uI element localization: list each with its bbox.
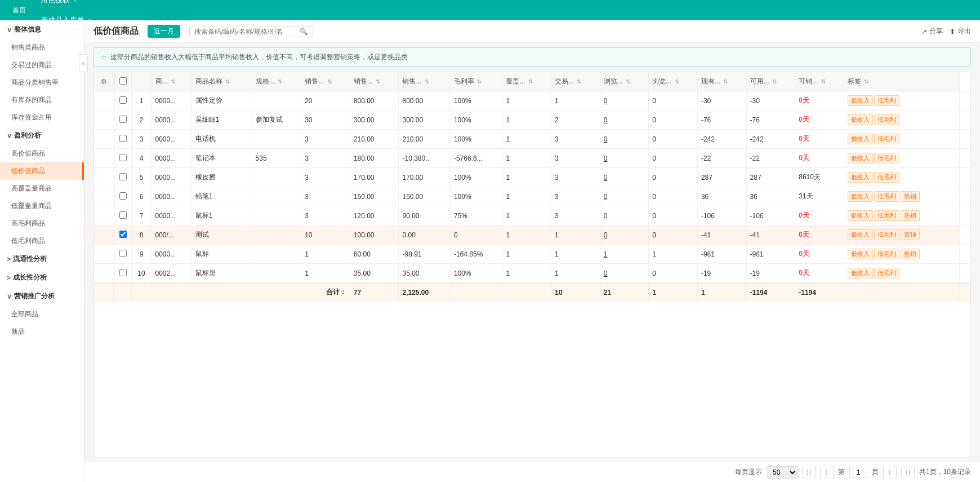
row-gear[interactable] (94, 91, 114, 110)
select-all-checkbox[interactable] (119, 77, 127, 85)
col-gear[interactable]: ⚙ (94, 72, 114, 91)
sidebar-item-库存资金占用[interactable]: 库存资金占用 (0, 109, 84, 126)
row-gear[interactable] (94, 225, 114, 245)
next-page-button[interactable]: ⟩ (883, 466, 897, 479)
share-button[interactable]: ↗ 分享 (921, 26, 943, 36)
col-stock[interactable]: 现有... ⇅ (697, 72, 746, 91)
row-checkbox-cell[interactable] (114, 149, 131, 168)
row-gear[interactable] (94, 245, 114, 264)
totals-cover: 10 (551, 283, 600, 302)
row-view1[interactable]: 0 (600, 264, 649, 284)
row-view1[interactable]: 0 (600, 149, 649, 168)
row-checkbox[interactable] (119, 211, 127, 219)
col-avail[interactable]: 可用... ⇅ (746, 72, 795, 91)
col-sale-amt[interactable]: 销售... ⇅ (350, 72, 399, 91)
sidebar-group-成长性分析[interactable]: >成长性分析 (0, 268, 84, 287)
row-view1[interactable]: 0 (600, 110, 649, 130)
page-number-input[interactable] (849, 467, 867, 478)
sidebar-item-低毛利商品[interactable]: 低毛利商品 (0, 232, 84, 250)
col-code[interactable]: 商... ⇅ (152, 72, 191, 91)
row-checkbox[interactable] (119, 116, 127, 123)
sidebar-group-流通性分析[interactable]: >流通性分析 (0, 250, 84, 268)
row-view1[interactable]: 1 (600, 245, 649, 264)
prev-page-button[interactable]: ⟨ (820, 466, 834, 479)
row-gear[interactable] (94, 110, 114, 130)
sidebar-item-交易过的商品[interactable]: 交易过的商品 (0, 56, 84, 74)
row-gear[interactable] (94, 149, 114, 168)
nav-home[interactable]: 首页 (5, 0, 34, 20)
col-check-all[interactable] (114, 72, 131, 91)
sidebar-item-低覆盖量商品[interactable]: 低覆盖量商品 (0, 197, 84, 215)
row-sale-avg: 170.00 (399, 168, 450, 187)
sidebar-item-低价值商品[interactable]: 低价值商品 (0, 162, 84, 180)
col-view2[interactable]: 浏览... ⇅ (649, 72, 698, 91)
nav-tab-角色授权[interactable]: 角色授权× (34, 0, 98, 10)
row-tags: 低收入低毛利热销 (844, 187, 959, 206)
sidebar-group-盈利分析[interactable]: ∨盈利分析 (0, 126, 84, 145)
row-stock: -22 (697, 149, 746, 168)
row-checkbox[interactable] (119, 173, 127, 180)
col-cover[interactable]: 覆盖... ⇅ (502, 72, 551, 91)
row-checkbox[interactable] (119, 96, 127, 104)
col-sale-avg[interactable]: 销售... ⇅ (399, 72, 450, 91)
sidebar-item-高毛利商品[interactable]: 高毛利商品 (0, 215, 84, 232)
row-gear[interactable] (94, 168, 114, 187)
col-trade[interactable]: 交易... ⇅ (551, 72, 600, 91)
row-view1[interactable]: 0 (600, 168, 649, 187)
row-checkbox-cell[interactable] (114, 110, 131, 130)
row-checkbox-cell[interactable] (114, 264, 131, 284)
row-checkbox[interactable] (119, 250, 127, 257)
row-checkbox-cell[interactable] (114, 245, 131, 264)
totals-check (114, 283, 131, 302)
sidebar-item-新品[interactable]: 新品 (0, 323, 84, 341)
row-checkbox[interactable] (119, 192, 127, 200)
row-checkbox-cell[interactable] (114, 168, 131, 187)
row-sale-amt: 100.00 (350, 225, 399, 245)
col-tags[interactable]: 标签 ⇅ (844, 72, 959, 91)
page-size-select[interactable]: 50 100 (767, 466, 798, 479)
row-view1[interactable]: 0 (600, 130, 649, 149)
row-gear[interactable] (94, 187, 114, 206)
col-name[interactable]: 商品名称 ⇅ (191, 72, 252, 91)
row-gear[interactable] (94, 206, 114, 225)
col-sale-qty[interactable]: 销售... ⇅ (301, 72, 350, 91)
sidebar-item-高价值商品[interactable]: 高价值商品 (0, 145, 84, 162)
search-input[interactable] (194, 28, 300, 36)
row-checkbox[interactable] (119, 269, 127, 276)
first-page-button[interactable]: ⟨⟨ (802, 466, 816, 479)
row-code: 000/... (152, 225, 191, 245)
col-spec[interactable]: 规格... ⇅ (252, 72, 301, 91)
row-checkbox-cell[interactable] (114, 130, 131, 149)
sidebar-item-销售类商品[interactable]: 销售类商品 (0, 39, 84, 56)
row-view1[interactable]: 0 (600, 225, 649, 245)
col-view1[interactable]: 浏览... ⇅ (600, 72, 649, 91)
filter-recent-month-button[interactable]: 近一月 (148, 25, 180, 38)
col-gross-rate[interactable]: 毛利率 ⇅ (450, 72, 502, 91)
sidebar-item-高覆盖量商品[interactable]: 高覆盖量商品 (0, 180, 84, 197)
table-row: 60000...铅笔13150.00150.00100%1300363631天低… (94, 187, 970, 206)
tab-close-icon[interactable]: × (73, 0, 77, 3)
search-icon[interactable]: 🔍 (300, 28, 308, 36)
last-page-button[interactable]: ⟩⟩ (901, 466, 915, 479)
row-checkbox-cell[interactable] (114, 187, 131, 206)
sidebar-item-有库存的商品[interactable]: 有库存的商品 (0, 91, 84, 109)
row-checkbox-cell[interactable] (114, 91, 131, 110)
row-view1[interactable]: 0 (600, 91, 649, 110)
row-checkbox[interactable] (119, 231, 127, 238)
row-checkbox[interactable] (119, 154, 127, 161)
sidebar-item-全部商品[interactable]: 全部商品 (0, 306, 84, 323)
row-view2: 0 (649, 110, 698, 130)
row-gear[interactable] (94, 130, 114, 149)
row-checkbox-cell[interactable] (114, 206, 131, 225)
row-view1[interactable]: 0 (600, 187, 649, 206)
row-view1[interactable]: 0 (600, 206, 649, 225)
col-saleable[interactable]: 可销... ⇅ (795, 72, 844, 91)
sidebar-group-整体信息[interactable]: ∨整体信息 (0, 20, 84, 39)
row-checkbox[interactable] (119, 135, 127, 142)
sidebar-item-商品分类销售率[interactable]: 商品分类销售率 (0, 74, 84, 91)
row-gear[interactable] (94, 264, 114, 284)
row-checkbox-cell[interactable] (114, 225, 131, 245)
sidebar-collapse-button[interactable]: « (79, 54, 88, 72)
sidebar-group-营销推广分析[interactable]: ∨营销推广分析 (0, 287, 84, 306)
export-button[interactable]: ⬆ 导出 (950, 26, 971, 36)
